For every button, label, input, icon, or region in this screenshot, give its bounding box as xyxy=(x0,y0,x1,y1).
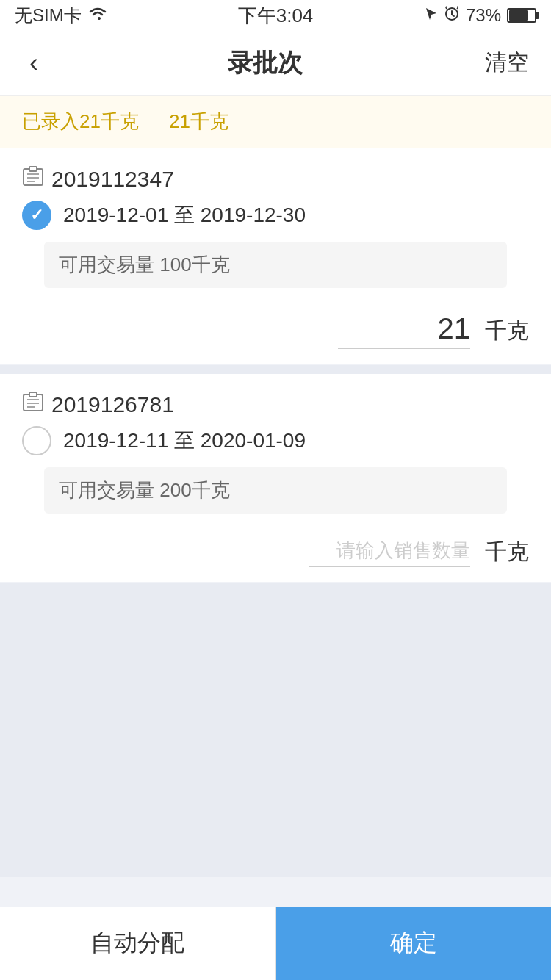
batch1-available: 可用交易量 100千克 xyxy=(44,242,507,288)
batch1-quantity-row: 21 千克 xyxy=(0,300,551,364)
status-bar-time: 下午3:04 xyxy=(238,3,314,29)
batch2-unit: 千克 xyxy=(485,537,529,567)
batch1-check-icon: ✓ xyxy=(30,206,43,225)
svg-rect-4 xyxy=(29,167,37,171)
batch1-date-row[interactable]: ✓ 2019-12-01 至 2019-12-30 xyxy=(22,201,529,230)
batch1-id-icon xyxy=(22,166,44,192)
clear-button[interactable]: 清空 xyxy=(485,48,529,78)
info-divider xyxy=(154,112,154,132)
batch2-card: 2019126781 2019-12-11 至 2020-01-09 可用交易量… xyxy=(0,374,551,582)
batch1-card: 2019112347 ✓ 2019-12-01 至 2019-12-30 可用交… xyxy=(0,148,551,364)
batch1-quantity-wrapper: 21 xyxy=(338,312,470,349)
battery-percent: 73% xyxy=(466,5,501,26)
location-icon xyxy=(425,5,438,26)
batch2-date: 2019-12-11 至 2020-01-09 xyxy=(63,427,306,455)
batch1-id-row: 2019112347 xyxy=(22,166,529,192)
carrier-text: 无SIM卡 xyxy=(15,4,82,27)
batch1-quantity-line xyxy=(338,348,470,349)
auto-distribute-button[interactable]: 自动分配 xyxy=(0,907,276,980)
batch2-input-line xyxy=(309,566,470,567)
batch2-input-placeholder[interactable]: 请输入销售数量 xyxy=(336,538,470,563)
svg-rect-9 xyxy=(29,392,37,397)
confirm-button[interactable]: 确定 xyxy=(276,907,552,980)
alarm-icon xyxy=(444,5,460,26)
batch2-id: 2019126781 xyxy=(51,392,174,417)
bottom-bar: 自动分配 确定 xyxy=(0,907,551,980)
batch2-available: 可用交易量 200千克 xyxy=(44,467,507,514)
page-title: 录批次 xyxy=(228,46,303,80)
batch2-input-row: 请输入销售数量 千克 xyxy=(0,525,551,582)
batch1-radio[interactable]: ✓ xyxy=(22,201,51,230)
back-button[interactable]: ‹ xyxy=(22,40,46,86)
batch1-quantity-value: 21 xyxy=(438,312,471,345)
status-bar-left: 无SIM卡 xyxy=(15,4,108,27)
batch2-input-wrapper: 请输入销售数量 xyxy=(309,538,470,567)
status-bar: 无SIM卡 下午3:04 73% xyxy=(0,0,551,31)
separator1 xyxy=(0,365,551,374)
gray-area xyxy=(0,583,551,877)
info-recorded-label: 已录入21千克 xyxy=(22,109,139,134)
batch2-radio[interactable] xyxy=(22,426,51,455)
batch2-id-icon xyxy=(22,392,44,417)
wifi-icon xyxy=(87,5,108,26)
batch2-date-row[interactable]: 2019-12-11 至 2020-01-09 xyxy=(22,426,529,455)
batch2-id-row: 2019126781 xyxy=(22,392,529,417)
batch1-date: 2019-12-01 至 2019-12-30 xyxy=(63,201,306,229)
nav-bar: ‹ 录批次 清空 xyxy=(0,31,551,96)
batch1-id: 2019112347 xyxy=(51,167,174,192)
batch1-unit: 千克 xyxy=(485,316,529,346)
battery-icon xyxy=(507,8,536,23)
info-banner: 已录入21千克 21千克 xyxy=(0,96,551,148)
svg-line-2 xyxy=(452,15,454,16)
status-bar-right: 73% xyxy=(425,5,536,26)
batch2-item: 2019126781 2019-12-11 至 2020-01-09 可用交易量… xyxy=(0,374,551,514)
info-value: 21千克 xyxy=(169,109,228,134)
batch1-item: 2019112347 ✓ 2019-12-01 至 2019-12-30 可用交… xyxy=(0,148,551,288)
